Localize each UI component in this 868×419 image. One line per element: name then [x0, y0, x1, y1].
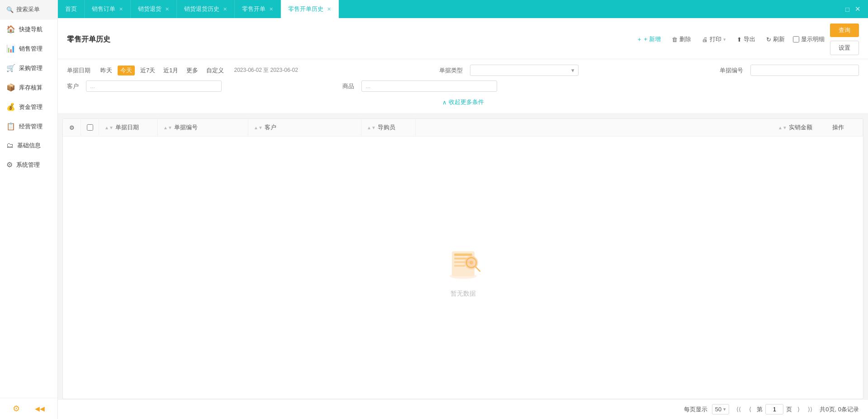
nav-icon-ops-mgmt: 📋 [6, 122, 15, 131]
export-label: 导出 [744, 35, 755, 43]
date-opt-last1m[interactable]: 近1月 [161, 66, 181, 75]
date-opt-custom[interactable]: 自定义 [204, 66, 227, 75]
date-opt-today[interactable]: 今天 [118, 66, 135, 75]
display-detail-label: 显示明细 [801, 35, 825, 43]
page-number-input[interactable] [765, 404, 783, 414]
per-page-label: 每页显示 [684, 405, 707, 414]
date-opt-last7[interactable]: 近7天 [138, 66, 158, 75]
sidebar: 🔍 搜索采单 🏠 快捷导航 📊 销售管理 🛒 采购管理 📦 库存核算 💰 资金管… [0, 0, 58, 419]
export-icon: ⬆ [737, 36, 742, 43]
th-checkbox[interactable] [81, 120, 99, 135]
tab-retail-history[interactable]: 零售开单历史✕ [281, 0, 339, 18]
add-button[interactable]: ＋ + 新增 [634, 33, 664, 45]
main-area: 首页销售订单✕销货退货✕销货退货历史✕零售开单✕零售开单历史✕ □ ✕ 零售开单… [58, 0, 868, 419]
th-date-label: 单据日期 [115, 123, 139, 132]
tab-bar-right: □ ✕ [845, 5, 868, 13]
nav-icon-purchase-mgmt: 🛒 [6, 64, 15, 72]
date-range: 2023-06-02 至 2023-06-02 [234, 66, 298, 74]
th-date-sort-icon[interactable]: ▲▼ [104, 125, 114, 130]
tab-retail-open[interactable]: 零售开单✕ [235, 0, 281, 18]
sidebar-item-base-info[interactable]: 🗂 基础信息 [0, 136, 57, 155]
th-amount: ▲▼ 实销金额 [773, 119, 827, 136]
tab-close-sales-order[interactable]: ✕ [119, 6, 123, 12]
nav-label-finance: 资金管理 [19, 103, 43, 111]
nav-icon-quick-nav: 🏠 [6, 25, 15, 33]
tab-close-sales-return-history[interactable]: ✕ [223, 6, 227, 12]
collapse-label: 收起更多条件 [449, 98, 484, 106]
empty-illustration [441, 238, 486, 284]
filter-area: 单据日期 昨天今天近7天近1月更多自定义 2023-06-02 至 2023-0… [58, 59, 868, 114]
collapse-more-btn[interactable]: ∧ 收起更多条件 [67, 96, 859, 108]
sidebar-item-inventory[interactable]: 📦 库存核算 [0, 78, 57, 97]
export-button[interactable]: ⬆ 导出 [734, 33, 758, 45]
page-size-select[interactable]: 50 ▾ [712, 404, 729, 414]
th-amount-sort-icon[interactable]: ▲▼ [778, 125, 787, 130]
doc-type-label: 单据类型 [439, 66, 463, 75]
nav-icon-sys-mgmt: ⚙ [6, 160, 13, 169]
tab-label-home: 首页 [65, 5, 77, 13]
th-customer: ▲▼ 客户 [248, 119, 361, 136]
customer-select[interactable]: ... [86, 80, 222, 92]
th-guide-sort-icon[interactable]: ▲▼ [367, 125, 376, 130]
page-last-btn[interactable]: ⟩⟩ [805, 405, 815, 414]
svg-rect-2 [454, 254, 472, 256]
date-opt-more[interactable]: 更多 [184, 66, 201, 75]
display-detail-checkbox-label[interactable]: 显示明细 [793, 35, 825, 43]
sidebar-item-finance[interactable]: 💰 资金管理 [0, 97, 57, 117]
tab-home[interactable]: 首页 [58, 0, 85, 18]
print-icon: 🖨 [702, 36, 708, 43]
date-options: 昨天今天近7天近1月更多自定义 [98, 66, 227, 75]
doc-num-label: 单据编号 [720, 66, 743, 75]
sidebar-item-quick-nav[interactable]: 🏠 快捷导航 [0, 19, 57, 39]
customer-label: 客户 [67, 82, 79, 90]
goods-select[interactable]: ... [361, 80, 497, 92]
sidebar-bottom: ⚙ ◀◀ [0, 398, 57, 419]
tab-sales-return-history[interactable]: 销货退货历史✕ [177, 0, 235, 18]
sidebar-search[interactable]: 🔍 搜索采单 [0, 0, 57, 19]
th-num-label: 单据编号 [174, 123, 198, 132]
tab-close-sales-return[interactable]: ✕ [165, 6, 169, 12]
nav-label-quick-nav: 快捷导航 [19, 25, 43, 33]
th-settings[interactable]: ⚙ [63, 120, 81, 136]
th-num-sort-icon[interactable]: ▲▼ [163, 125, 172, 130]
sidebar-item-sys-mgmt[interactable]: ⚙ 系统管理 [0, 155, 57, 174]
refresh-button[interactable]: ↻ 刷新 [764, 33, 787, 45]
th-amount-label: 实销金额 [789, 123, 812, 132]
doc-num-input[interactable] [750, 65, 859, 76]
page-prev-btn[interactable]: ⟨ [746, 405, 754, 414]
window-restore-icon[interactable]: □ [845, 5, 849, 13]
set-button[interactable]: 设置 [830, 41, 859, 55]
tab-bar: 首页销售订单✕销货退货✕销货退货历史✕零售开单✕零售开单历史✕ □ ✕ [58, 0, 868, 18]
sidebar-item-ops-mgmt[interactable]: 📋 经营管理 [0, 117, 57, 136]
nav-icon-sales-mgmt: 📊 [6, 44, 15, 53]
sidebar-item-sales-mgmt[interactable]: 📊 销售管理 [0, 39, 57, 58]
table-settings-icon[interactable]: ⚙ [69, 124, 75, 131]
tab-sales-order[interactable]: 销售订单✕ [85, 0, 131, 18]
total-info: 共0页, 0条记录 [820, 405, 859, 414]
page-next-btn[interactable]: ⟩ [795, 405, 802, 414]
page-first-btn[interactable]: ⟨⟨ [734, 405, 744, 414]
sidebar-collapse-btn[interactable]: ◀◀ [35, 405, 45, 412]
doc-type-select[interactable]: ▾ [470, 65, 579, 76]
query-button[interactable]: 查询 [830, 24, 859, 37]
tab-sales-return[interactable]: 销货退货✕ [131, 0, 177, 18]
filter-row-2: 客户 ... 商品 ... [67, 80, 859, 92]
print-button[interactable]: 🖨 打印 ▾ [699, 33, 729, 45]
select-all-checkbox[interactable] [87, 124, 93, 131]
th-guide: ▲▼ 导购员 [361, 119, 416, 136]
page-nav: ⟨⟨ ⟨ 第 页 ⟩ ⟩⟩ [734, 404, 815, 414]
table-header: ⚙ ▲▼ 单据日期 ▲▼ 单据编号 ▲▼ 客户 ▲▼ 导购员 [63, 119, 863, 137]
nav-label-inventory: 库存核算 [19, 84, 43, 92]
sidebar-settings-btn[interactable]: ⚙ [13, 404, 20, 414]
tab-close-retail-history[interactable]: ✕ [327, 6, 331, 12]
sidebar-item-purchase-mgmt[interactable]: 🛒 采购管理 [0, 58, 57, 78]
display-detail-checkbox[interactable] [793, 36, 799, 42]
window-close-icon[interactable]: ✕ [855, 5, 861, 13]
filter-row-1: 单据日期 昨天今天近7天近1月更多自定义 2023-06-02 至 2023-0… [67, 65, 859, 76]
tab-close-retail-open[interactable]: ✕ [269, 6, 273, 12]
nav-icon-inventory: 📦 [6, 83, 15, 92]
date-opt-yesterday[interactable]: 昨天 [98, 66, 115, 75]
th-customer-sort-icon[interactable]: ▲▼ [254, 125, 263, 130]
delete-button[interactable]: 🗑 删除 [669, 33, 694, 45]
tab-label-sales-order: 销售订单 [92, 5, 115, 13]
